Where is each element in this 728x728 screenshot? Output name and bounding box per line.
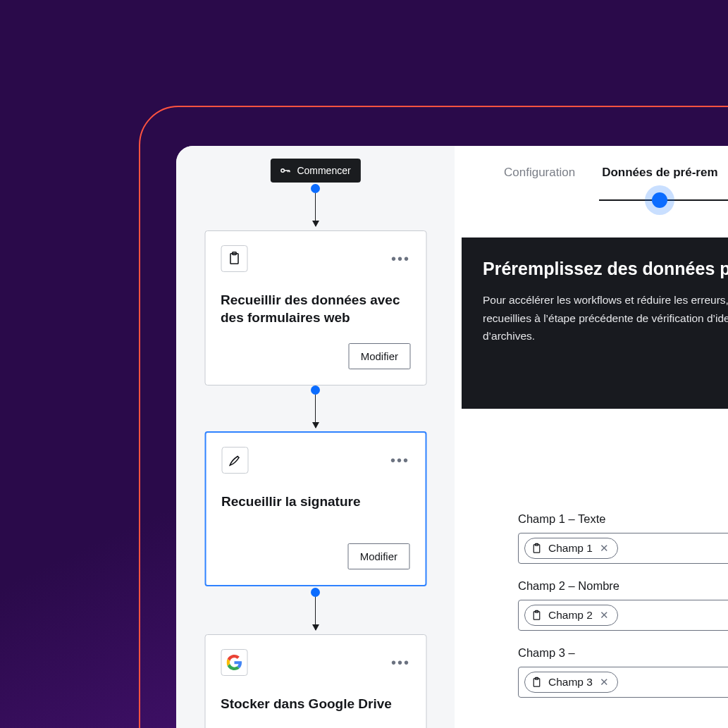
workflow-start-label: Commencer bbox=[297, 165, 350, 176]
workflow-connector bbox=[315, 390, 316, 428]
connector-arrow-icon bbox=[312, 422, 319, 428]
config-panel: Configuration Données de pré-rem Préremp… bbox=[455, 146, 728, 728]
key-icon bbox=[278, 164, 291, 177]
connector-arrow-icon bbox=[312, 624, 319, 631]
app-window: Commencer ••• Recueillir des données ave… bbox=[176, 146, 728, 728]
workflow-node-gdrive[interactable]: ••• Stocker dans Google Drive bbox=[204, 634, 426, 728]
more-icon[interactable]: ••• bbox=[391, 251, 410, 267]
workflow-node-title: Recueillir des données avec des formulai… bbox=[221, 292, 410, 326]
remove-chip-icon[interactable]: ✕ bbox=[598, 676, 610, 689]
tab-prefill[interactable]: Données de pré-rem bbox=[602, 166, 717, 180]
field-input[interactable]: Champ 2 ✕ bbox=[518, 600, 728, 631]
field-row: Champ 2 – Nombre Champ 2 ✕ bbox=[518, 579, 728, 631]
workflow-start-chip[interactable]: Commencer bbox=[270, 159, 360, 183]
more-icon[interactable]: ••• bbox=[391, 655, 410, 671]
clipboard-icon bbox=[531, 543, 543, 555]
field-input[interactable]: Champ 3 ✕ bbox=[518, 667, 728, 698]
field-chip[interactable]: Champ 2 ✕ bbox=[524, 605, 618, 626]
connector-dot-icon bbox=[311, 184, 320, 193]
field-label: Champ 2 – Nombre bbox=[518, 579, 728, 593]
tab-configuration[interactable]: Configuration bbox=[504, 166, 575, 180]
workflow-connector bbox=[315, 189, 316, 226]
field-input[interactable]: Champ 1 ✕ bbox=[518, 533, 728, 564]
connector-arrow-icon bbox=[312, 221, 319, 227]
prefill-tip-popover: Préremplissez des données pour accélérer… bbox=[462, 237, 728, 409]
google-icon bbox=[221, 649, 247, 676]
field-label: Champ 1 – Texte bbox=[518, 512, 728, 526]
pen-icon bbox=[221, 447, 248, 474]
svg-point-0 bbox=[280, 169, 284, 173]
clipboard-icon bbox=[531, 677, 543, 689]
field-chip-label: Champ 1 bbox=[548, 542, 593, 555]
clipboard-icon bbox=[221, 245, 247, 272]
edit-button[interactable]: Modifier bbox=[348, 543, 409, 569]
popover-body: Pour accélérer les workflows et réduire … bbox=[483, 291, 728, 345]
edit-button[interactable]: Modifier bbox=[349, 343, 410, 369]
workflow-node-signature[interactable]: ••• Recueillir la signature Modifier bbox=[204, 431, 426, 586]
config-tabs: Configuration Données de pré-rem bbox=[455, 146, 728, 180]
field-label: Champ 3 – bbox=[518, 646, 728, 660]
workflow-connector bbox=[315, 593, 316, 630]
field-chip[interactable]: Champ 3 ✕ bbox=[524, 672, 618, 693]
connector-dot-icon bbox=[311, 588, 320, 597]
workflow-node-title: Recueillir la signature bbox=[221, 493, 409, 511]
workflow-canvas: Commencer ••• Recueillir des données ave… bbox=[176, 146, 455, 728]
field-chip-label: Champ 2 bbox=[548, 609, 593, 622]
field-row: Champ 3 – Champ 3 ✕ bbox=[518, 646, 728, 698]
field-chip[interactable]: Champ 1 ✕ bbox=[524, 538, 618, 559]
connector-dot-icon bbox=[311, 385, 320, 395]
more-icon[interactable]: ••• bbox=[390, 452, 409, 469]
remove-chip-icon[interactable]: ✕ bbox=[598, 542, 610, 555]
popover-heading: Préremplissez des données pour accélérer… bbox=[483, 257, 728, 280]
remove-chip-icon[interactable]: ✕ bbox=[598, 609, 610, 622]
workflow-node-webform[interactable]: ••• Recueillir des données avec des form… bbox=[204, 230, 426, 385]
field-mapping-list: Champ 1 – Texte Champ 1 ✕ Champ 2 – Nomb… bbox=[518, 512, 728, 713]
field-row: Champ 1 – Texte Champ 1 ✕ bbox=[518, 512, 728, 564]
workflow-node-title: Stocker dans Google Drive bbox=[221, 696, 410, 713]
field-chip-label: Champ 3 bbox=[548, 676, 593, 689]
clipboard-icon bbox=[531, 610, 543, 622]
tab-indicator-dot-icon bbox=[652, 192, 667, 208]
